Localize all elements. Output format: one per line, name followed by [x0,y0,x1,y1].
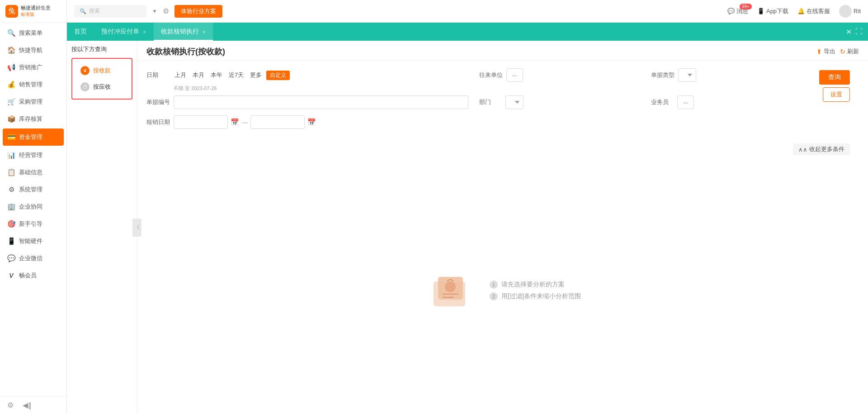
collapse-sidebar-icon[interactable]: ◀‖ [23,401,32,409]
main-content: 收款核销执行(按收款) ⬆ 导出 ↻ 刷新 [137,41,868,414]
date-this-month[interactable]: 本月 [191,70,206,80]
verify-date-end[interactable]: 2023-07-21 [250,115,305,129]
empty-illustration [425,268,479,313]
page-header: 收款核销执行(按收款) ⬆ 导出 ↻ 刷新 [137,41,868,61]
query-btn-group: 查询 设置 [819,68,859,102]
filter-by-collection[interactable]: ¥ 按收款 [76,62,128,79]
collapse-filter-btn[interactable]: 《 [132,219,142,237]
tab-collection-verify[interactable]: 收款核销执行 × [154,23,213,41]
verify-date-range: 2023-03-01 📅 — 2023-07-21 📅 [174,115,316,129]
sidebar-item-system[interactable]: ⚙ 系统管理 [0,181,66,198]
wechat-icon: 💬 [7,254,15,262]
verify-date-label: 核销日期 [146,118,170,126]
filter-panel: 按以下方查询 ¥ 按收款 ⏱ 按应收 《 [67,41,137,414]
date-custom-tag[interactable]: 自定义 [266,71,290,80]
collection-icon: ¥ [80,66,90,75]
date-this-year[interactable]: 本年 [209,70,224,80]
verify-end-cal-icon[interactable]: 📅 [307,118,316,126]
staff-label: 业务员 [651,98,674,106]
message-btn[interactable]: 💬 消息 99+ [727,7,748,15]
sidebar-item-hardware[interactable]: 📱 智能硬件 [0,233,66,250]
collapse-more-btn[interactable]: ∧∧ 收起更多条件 [793,143,850,155]
settings-bottom-icon[interactable]: ⚙ [7,401,14,409]
counterparty-input[interactable]: ··· [506,68,523,82]
search-placeholder: 搜索 [89,7,100,15]
sidebar-item-member[interactable]: V 畅会员 [0,267,66,284]
sidebar-item-sales[interactable]: 💰 销售管理 [0,76,66,93]
sidebar-item-wechat[interactable]: 💬 企业微信 [0,250,66,267]
date-label: 日期 [146,71,169,79]
form-row-2: 单据编号 部门 业务员 ··· [146,95,812,109]
sidebar-item-marketing[interactable]: 📢 营销推广 [0,59,66,76]
export-btn[interactable]: ⬆ 导出 [816,48,835,56]
marketing-icon: 📢 [7,63,15,71]
refresh-btn[interactable]: ↻ 刷新 [840,48,859,56]
topbar: 🔍 搜索 ▼ ⚙ 体验行业方案 💬 消息 99+ 📱 App下载 🔔 在线客服 … [67,0,868,23]
topbar-search[interactable]: 🔍 搜索 [74,5,146,18]
finance-icon: 💳 [7,133,15,141]
date-last-month[interactable]: 上月 [173,70,188,80]
form-row-3: 核销日期 2023-03-01 📅 — 2023-07-21 📅 [146,115,812,129]
empty-text: 1 请先选择要分析的方案 2 用[过滤]条件来缩小分析范围 [490,281,581,300]
sidebar-item-guide[interactable]: 🎯 新手引导 [0,215,66,233]
bill-type-select[interactable] [678,68,696,82]
date-more[interactable]: 更多 [248,70,264,80]
settings-button[interactable]: 设置 [823,87,850,102]
form-row-1: 日期 上月 本月 本年 近7天 更多 自定义 [146,68,812,82]
dept-select[interactable] [505,95,524,109]
member-icon: V [7,271,15,280]
sidebar-item-basic[interactable]: 📋 基础信息 [0,164,66,181]
receivable-icon: ⏱ [80,82,90,91]
sidebar-item-inventory[interactable]: 📦 库存核算 [0,110,66,128]
verify-date-start[interactable]: 2023-03-01 [174,115,228,129]
search-icon: 🔍 [7,29,15,37]
search-topbar-icon: 🔍 [80,8,86,14]
sidebar-item-purchase[interactable]: 🛒 采购管理 [0,93,66,110]
staff-input[interactable]: ··· [677,95,694,109]
export-icon: ⬆ [816,48,822,55]
user-avatar-area[interactable]: Rit [839,5,861,18]
empty-hint-1: 1 请先选择要分析的方案 [490,281,581,289]
bill-type-label: 单据类型 [651,71,675,79]
online-service-btn[interactable]: 🔔 在线客服 [797,7,830,15]
app-download-btn[interactable]: 📱 App下载 [757,7,788,15]
date-shortcuts: 上月 本月 本年 近7天 更多 自定义 [173,70,290,80]
tab-verify-close[interactable]: × [203,29,206,35]
sidebar-item-search-menu[interactable]: 🔍 搜索菜单 [0,24,66,42]
page-title: 收款核销执行(按收款) [146,46,225,57]
message-icon: 💬 [727,8,735,14]
verify-start-cal-icon[interactable]: 📅 [231,118,239,126]
refresh-icon: ↻ [840,48,845,55]
date-range-sub: 不限 至 2023-07-26 [174,86,217,91]
topbar-gear-icon[interactable]: ⚙ [163,7,169,15]
counterparty-label: 往来单位 [479,71,503,79]
sidebar-item-enterprise[interactable]: 🏢 企业协同 [0,198,66,215]
app-logo: 兔 畅捷通好生意 标准版 [0,0,66,23]
page-actions: ⬆ 导出 ↻ 刷新 [816,48,859,56]
tab-prepay-close[interactable]: × [143,29,146,35]
filter-by-receivable[interactable]: ⏱ 按应收 [76,79,128,95]
tabbar-actions: ✕ ⛶ [846,28,868,36]
query-button[interactable]: 查询 [819,70,850,85]
tab-prepay[interactable]: 预付冲应付单 × [94,23,154,41]
close-tab-btn[interactable]: ✕ [846,28,852,36]
sidebar-bottom: ⚙ ◀‖ [0,396,66,414]
home-icon: 🏠 [7,46,15,54]
bill-no-input[interactable] [174,95,468,109]
dropdown-arrow-icon[interactable]: ▼ [152,8,157,14]
topbar-right: 💬 消息 99+ 📱 App下载 🔔 在线客服 Rit [727,5,861,18]
sidebar-item-operation[interactable]: 📊 经营管理 [0,147,66,164]
purchase-icon: 🛒 [7,98,15,106]
sidebar-menu: 🔍 搜索菜单 🏠 快捷导航 📢 营销推广 💰 销售管理 🛒 采购管理 📦 库存核… [0,23,66,396]
sidebar-item-quick-nav[interactable]: 🏠 快捷导航 [0,42,66,59]
tab-home[interactable]: 首页 [67,23,94,41]
solution-button[interactable]: 体验行业方案 [175,5,222,18]
empty-hint-2: 2 用[过滤]条件来缩小分析范围 [490,292,581,300]
sidebar-item-finance[interactable]: 💳 资金管理 [3,128,64,146]
date-7-days[interactable]: 近7天 [227,70,245,80]
filter-options-border: ¥ 按收款 ⏱ 按应收 [71,58,132,100]
dept-label: 部门 [479,98,502,106]
fullscreen-btn[interactable]: ⛶ [855,28,863,36]
main-area: 🔍 搜索 ▼ ⚙ 体验行业方案 💬 消息 99+ 📱 App下载 🔔 在线客服 … [67,0,868,414]
collapse-more-area: ∧∧ 收起更多条件 [146,142,859,160]
